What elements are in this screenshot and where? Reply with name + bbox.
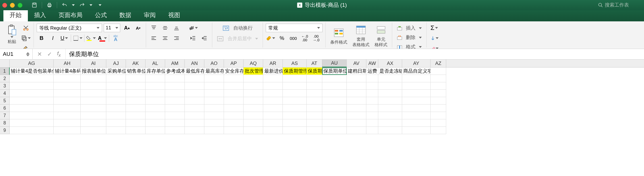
cell-AS8[interactable] bbox=[283, 119, 307, 127]
cell-AV5[interactable] bbox=[347, 97, 366, 105]
cell-AG4[interactable] bbox=[10, 90, 54, 97]
cell-AT1[interactable]: 保质期 bbox=[307, 67, 322, 75]
cell-AT6[interactable] bbox=[307, 105, 322, 112]
cell-AK4[interactable] bbox=[126, 90, 146, 97]
align-right-button[interactable] bbox=[172, 34, 181, 42]
column-header-AX[interactable]: AX bbox=[378, 60, 402, 67]
cell-AZ7[interactable] bbox=[431, 112, 446, 119]
cell-AU5[interactable] bbox=[322, 97, 347, 105]
cell-AR3[interactable] bbox=[263, 82, 283, 90]
decrease-indent-button[interactable] bbox=[188, 34, 198, 42]
cell-AY2[interactable] bbox=[402, 75, 431, 82]
cell-AV9[interactable] bbox=[347, 127, 366, 134]
cell-AJ9[interactable] bbox=[106, 127, 126, 134]
row-header-8[interactable]: 8 bbox=[0, 119, 10, 127]
fill-button[interactable] bbox=[429, 34, 439, 42]
cell-AZ2[interactable] bbox=[431, 75, 446, 82]
cell-AQ8[interactable] bbox=[244, 119, 263, 127]
bold-button[interactable]: B bbox=[37, 34, 46, 42]
column-header-AJ[interactable]: AJ bbox=[106, 60, 126, 67]
increase-font-button[interactable]: A▴ bbox=[122, 24, 132, 32]
qat-customize[interactable] bbox=[99, 4, 101, 6]
cell-AX3[interactable] bbox=[378, 82, 402, 90]
cell-AJ4[interactable] bbox=[106, 90, 126, 97]
cell-AP9[interactable] bbox=[224, 127, 244, 134]
cell-AN3[interactable] bbox=[185, 82, 204, 90]
row-header-3[interactable]: 3 bbox=[0, 82, 10, 90]
cell-AL8[interactable] bbox=[146, 119, 165, 127]
cell-AL1[interactable]: 库存单位 bbox=[146, 67, 165, 75]
cell-AO8[interactable] bbox=[204, 119, 224, 127]
cell-AX2[interactable] bbox=[378, 75, 402, 82]
wrap-text-button[interactable]: 自动换行 bbox=[215, 24, 260, 32]
name-box[interactable]: AU1 bbox=[0, 49, 33, 59]
cell-AX4[interactable] bbox=[378, 90, 402, 97]
cell-AP6[interactable] bbox=[224, 105, 244, 112]
cell-AR9[interactable] bbox=[263, 127, 283, 134]
cell-AN2[interactable] bbox=[185, 75, 204, 82]
cell-AT4[interactable] bbox=[307, 90, 322, 97]
cell-AY6[interactable] bbox=[402, 105, 431, 112]
column-header-AH[interactable]: AH bbox=[54, 60, 81, 67]
cell-AZ3[interactable] bbox=[431, 82, 446, 90]
workbook-search[interactable] bbox=[598, 2, 642, 8]
cell-AH6[interactable] bbox=[54, 105, 81, 112]
cell-AM4[interactable] bbox=[165, 90, 185, 97]
column-header-AS[interactable]: AS bbox=[283, 60, 307, 67]
cell-AI5[interactable] bbox=[81, 97, 106, 105]
row-header-2[interactable]: 2 bbox=[0, 75, 10, 82]
cell-AX1[interactable]: 是否走冻链 bbox=[378, 67, 402, 75]
cell-AW2[interactable] bbox=[366, 75, 378, 82]
cell-AM3[interactable] bbox=[165, 82, 185, 90]
print-icon[interactable] bbox=[46, 2, 53, 9]
cell-AR6[interactable] bbox=[263, 105, 283, 112]
cell-AM9[interactable] bbox=[165, 127, 185, 134]
column-header-AK[interactable]: AK bbox=[126, 60, 146, 67]
cell-AS3[interactable] bbox=[283, 82, 307, 90]
cell-AL6[interactable] bbox=[146, 105, 165, 112]
cell-AQ4[interactable] bbox=[244, 90, 263, 97]
cell-AR8[interactable] bbox=[263, 119, 283, 127]
cell-AP2[interactable] bbox=[224, 75, 244, 82]
cell-AS7[interactable] bbox=[283, 112, 307, 119]
increase-indent-button[interactable] bbox=[200, 34, 209, 42]
cell-AX9[interactable] bbox=[378, 127, 402, 134]
cell-AU6[interactable] bbox=[322, 105, 347, 112]
percent-button[interactable]: % bbox=[277, 34, 287, 42]
enter-formula-button[interactable]: ✓ bbox=[47, 51, 52, 58]
cell-AS2[interactable] bbox=[283, 75, 307, 82]
tab-page-layout[interactable]: 页面布局 bbox=[52, 9, 89, 21]
cell-AO5[interactable] bbox=[204, 97, 224, 105]
cell-AJ2[interactable] bbox=[106, 75, 126, 82]
cell-AU3[interactable] bbox=[322, 82, 347, 90]
zoom-window-button[interactable] bbox=[18, 3, 22, 8]
align-center-button[interactable] bbox=[160, 34, 170, 42]
cell-AW5[interactable] bbox=[366, 97, 378, 105]
cell-AI8[interactable] bbox=[81, 119, 106, 127]
cell-AW4[interactable] bbox=[366, 90, 378, 97]
autosum-button[interactable]: Σ bbox=[429, 24, 439, 32]
cell-AY7[interactable] bbox=[402, 112, 431, 119]
cell-AG3[interactable] bbox=[10, 82, 54, 90]
cell-AW8[interactable] bbox=[366, 119, 378, 127]
clear-button[interactable] bbox=[429, 44, 439, 49]
tab-data[interactable]: 数据 bbox=[113, 9, 138, 21]
formula-input[interactable]: 保质期单位 bbox=[66, 49, 644, 59]
cell-AX7[interactable] bbox=[378, 112, 402, 119]
tab-formulas[interactable]: 公式 bbox=[89, 9, 113, 21]
cell-AS9[interactable] bbox=[283, 127, 307, 134]
cell-AW6[interactable] bbox=[366, 105, 378, 112]
cell-AK7[interactable] bbox=[126, 112, 146, 119]
cell-AK6[interactable] bbox=[126, 105, 146, 112]
cell-AO3[interactable] bbox=[204, 82, 224, 90]
cell-AS6[interactable] bbox=[283, 105, 307, 112]
cell-AL9[interactable] bbox=[146, 127, 165, 134]
fx-button[interactable]: fx bbox=[57, 51, 61, 58]
cell-AT3[interactable] bbox=[307, 82, 322, 90]
cell-AQ7[interactable] bbox=[244, 112, 263, 119]
cell-AL2[interactable] bbox=[146, 75, 165, 82]
cell-AZ4[interactable] bbox=[431, 90, 446, 97]
cell-AJ5[interactable] bbox=[106, 97, 126, 105]
cell-AM5[interactable] bbox=[165, 97, 185, 105]
cell-AU9[interactable] bbox=[322, 127, 347, 134]
